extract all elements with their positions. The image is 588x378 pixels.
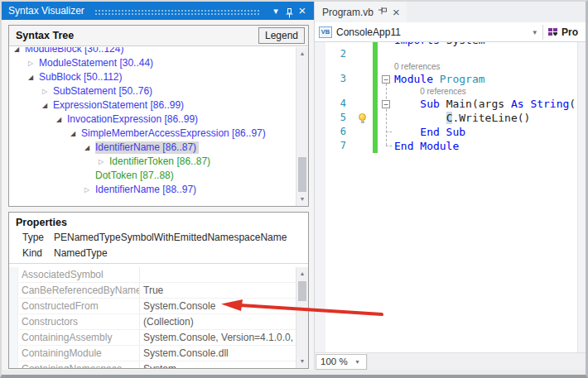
property-value: System.Console, Version=4.1.0.0, C xyxy=(140,332,296,343)
tree-node[interactable]: ▷SubStatement [50..76) xyxy=(9,84,296,98)
expander-icon[interactable]: ◢ xyxy=(84,144,95,151)
lightbulb-icon[interactable] xyxy=(358,113,367,122)
tree-node-label: ModuleStatement [30..44) xyxy=(39,57,156,69)
property-name: Constructors xyxy=(19,314,140,329)
tree-node[interactable]: ▷IdentifierName [88..97) xyxy=(9,183,296,197)
tab-program-vb[interactable]: Program.vb × xyxy=(315,2,407,22)
kind-label: Kind xyxy=(22,247,54,259)
property-row[interactable]: CanBeReferencedByNameTrue xyxy=(19,283,296,299)
scroll-up-icon[interactable]: ▲ xyxy=(296,268,308,280)
tab-pin-glyph xyxy=(378,7,388,16)
expander-icon[interactable]: ▷ xyxy=(84,186,95,194)
scroll-up-icon[interactable]: ▲ xyxy=(296,48,308,60)
property-row[interactable]: ContainingAssemblySystem.Console, Versio… xyxy=(19,330,296,346)
line-number: 2 xyxy=(315,47,354,61)
tree-node-label: SimpleMemberAccessExpression [86..97) xyxy=(81,127,268,140)
horizontal-scrollbar[interactable] xyxy=(367,353,586,370)
expander-icon[interactable]: ◢ xyxy=(70,130,81,137)
member-dropdown[interactable]: Pro xyxy=(547,26,586,38)
project-dropdown[interactable]: ConsoleApp11 xyxy=(336,26,527,38)
property-row[interactable]: ConstructedFromSystem.Console xyxy=(19,299,296,314)
editor-scrollbar[interactable] xyxy=(577,42,586,352)
tree-node[interactable]: ◢IdentifierName [86..87) xyxy=(9,141,296,155)
line-number: 7 xyxy=(315,139,354,153)
window-position-icon[interactable]: ▾ xyxy=(269,2,282,20)
member-dropdown-label: Pro xyxy=(561,26,578,38)
zoom-value: 100 % xyxy=(321,356,348,366)
codelens-label: 0 references xyxy=(420,86,466,97)
code-text: Module Program xyxy=(394,72,485,86)
code-segment: As xyxy=(511,98,530,110)
collapse-region-icon[interactable]: – xyxy=(382,75,390,84)
expander-icon[interactable]: ▷ xyxy=(42,88,53,95)
property-row[interactable]: AssociatedSymbol xyxy=(19,267,296,283)
syntax-visualizer-panel: Syntax Visualizer ▾ × Syntax Tree xyxy=(2,2,314,370)
expander-icon[interactable]: ◢ xyxy=(14,47,25,53)
line-number: 3 xyxy=(315,72,354,86)
legend-button[interactable]: Legend xyxy=(258,27,305,44)
close-icon[interactable]: × xyxy=(296,2,309,20)
panel-title: Syntax Visualizer xyxy=(8,5,84,17)
scrollbar-thumb[interactable] xyxy=(298,157,306,192)
property-name: ContainingAssembly xyxy=(19,330,140,345)
code-segment: System xyxy=(446,42,485,46)
tree-node[interactable]: ◢ExpressionStatement [86..99) xyxy=(9,98,296,112)
tab-pin-icon[interactable] xyxy=(378,7,388,18)
expander-icon[interactable]: ◢ xyxy=(56,116,67,123)
syntax-tree-scrollbar[interactable]: ▲ ▼ xyxy=(296,47,308,206)
tree-node[interactable]: ▷IdentifierToken [86..87) xyxy=(9,155,296,169)
scroll-down-icon[interactable]: ▼ xyxy=(296,356,308,367)
property-row[interactable]: Constructors(Collection) xyxy=(19,314,296,330)
scroll-down-icon[interactable]: ▼ xyxy=(296,194,308,205)
expander-icon[interactable]: ◢ xyxy=(42,102,53,109)
code-line[interactable]: 4– Sub Main(args As String()) xyxy=(315,97,586,111)
editor-pane: Program.vb × VB ConsoleApp11 ▾ xyxy=(314,2,586,370)
tree-node-label: InvocationExpression [86..99) xyxy=(67,113,200,126)
tree-node[interactable]: ▷ModuleStatement [30..44) xyxy=(9,56,296,70)
code-line[interactable]: 6 End Sub xyxy=(315,125,586,139)
tree-node[interactable]: ◢InvocationExpression [86..99) xyxy=(9,112,296,127)
tree-node[interactable]: ◢SubBlock [50..112) xyxy=(9,70,296,84)
property-value: System.Console xyxy=(140,300,215,312)
code-line[interactable]: 3–Module Program xyxy=(315,72,586,86)
code-segment: Module xyxy=(394,73,440,85)
chevron-down-icon[interactable]: ▾ xyxy=(527,28,542,36)
code-line[interactable]: 7End Module xyxy=(315,139,586,153)
property-name: ContainingNamespace xyxy=(19,361,140,368)
collapse-region-icon[interactable]: – xyxy=(382,100,390,108)
property-row[interactable]: ContainingModuleSystem.Console.dll xyxy=(19,346,296,361)
tab-close-icon[interactable]: × xyxy=(393,5,400,19)
codelens-label: 0 references xyxy=(394,61,441,72)
scrollbar-thumb[interactable] xyxy=(298,281,306,301)
tree-node-label: IdentifierToken [86..87) xyxy=(109,156,213,168)
codelens-references[interactable]: 0 references xyxy=(315,86,586,97)
expander-icon[interactable]: ▷ xyxy=(99,158,109,165)
code-segment xyxy=(394,126,420,138)
code-segment: .WriteLine() xyxy=(452,112,530,124)
tree-node[interactable]: DotToken [87..88) xyxy=(9,169,296,183)
panel-body: Syntax Tree Legend ◢ModuleBlock [30..124… xyxy=(2,20,314,370)
code-line[interactable]: 2 xyxy=(315,47,586,61)
zoom-dropdown[interactable]: 100 % ▾ xyxy=(316,354,367,370)
tree-node-label: SubBlock [50..112) xyxy=(39,71,125,84)
codelens-references[interactable]: 0 references xyxy=(315,61,586,72)
property-row[interactable]: ContainingNamespaceSystem xyxy=(19,361,296,368)
symbol-type-row: Type PENamedTypeSymbolWithEmittedNamespa… xyxy=(9,230,308,246)
expander-icon[interactable]: ◢ xyxy=(28,74,39,81)
property-grid-scrollbar[interactable]: ▲ ▼ xyxy=(296,267,308,368)
module-icon xyxy=(547,26,558,37)
code-line[interactable]: 5 C.WriteLine() xyxy=(315,111,586,125)
code-segment xyxy=(394,112,446,124)
editor-bottom-bar: 100 % ▾ xyxy=(315,352,586,370)
chevron-down-icon: ▾ xyxy=(356,358,359,366)
tree-node[interactable]: ◢ModuleBlock [30..124) xyxy=(9,47,296,56)
tree-node-label: DotToken [87..88) xyxy=(95,170,176,182)
tree-node[interactable]: ◢SimpleMemberAccessExpression [86..97) xyxy=(9,127,296,141)
panel-titlebar[interactable]: Syntax Visualizer ▾ × xyxy=(2,2,314,20)
tab-label: Program.vb xyxy=(322,7,374,18)
expander-icon[interactable]: ▷ xyxy=(28,60,39,67)
pin-icon[interactable] xyxy=(282,4,296,18)
code-editor[interactable]: Imports System 20 references3–Module Pro… xyxy=(315,42,586,352)
line-number: 6 xyxy=(315,125,354,139)
properties-title: Properties xyxy=(9,213,308,230)
